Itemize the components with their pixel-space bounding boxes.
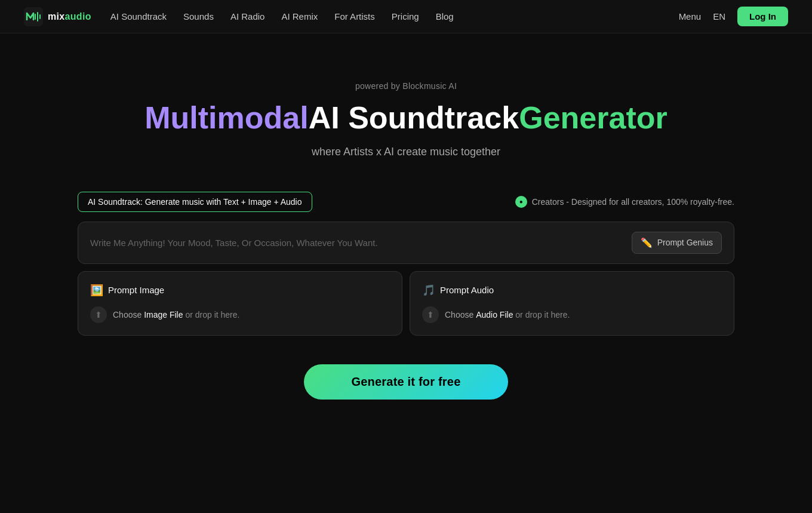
audio-upload-icon: ⬆ [422,306,439,323]
image-prompt-card: 🖼️ Prompt Image ⬆ Choose Image File or d… [78,271,402,336]
image-prompt-label: Prompt Image [108,285,164,295]
text-prompt-input[interactable] [90,238,632,248]
nav-item-ai-remix[interactable]: AI Remix [281,11,318,21]
powered-by-text: powered by Blockmusic AI [355,81,457,91]
generate-section: Generate it for free [78,364,734,400]
hero-title: MultimodalAI SoundtrackGenerator [144,100,667,136]
creators-label: ● Creators - Designed for all creators, … [515,196,734,208]
title-generator: Generator [519,100,668,135]
nav-item-pricing[interactable]: Pricing [392,11,419,21]
navbar: mixaudio AI Soundtrack Sounds AI Radio A… [0,0,812,33]
nav-item-sounds[interactable]: Sounds [183,11,214,21]
nav-left: mixaudio AI Soundtrack Sounds AI Radio A… [24,7,454,26]
language-button[interactable]: EN [713,11,725,21]
nav-item-ai-soundtrack[interactable]: AI Soundtrack [110,11,167,21]
genius-icon: ✏️ [641,237,653,248]
generator-badge: AI Soundtrack: Generate music with Text … [78,192,312,212]
nav-links: AI Soundtrack Sounds AI Radio AI Remix F… [110,11,454,22]
logo-text: mixaudio [48,11,91,22]
audio-prompt-label: Prompt Audio [440,285,494,295]
text-prompt-box: ✏️ Prompt Genius [78,222,734,264]
nav-right: Menu EN Log In [679,7,788,26]
media-prompts: 🖼️ Prompt Image ⬆ Choose Image File or d… [78,271,734,336]
image-file-choose: Choose Image File or drop it here. [113,310,239,320]
audio-drop-area[interactable]: ⬆ Choose Audio File or drop it here. [422,306,722,323]
prompt-genius-label: Prompt Genius [657,238,713,247]
image-upload-icon: ⬆ [90,306,107,323]
menu-button[interactable]: Menu [679,11,702,21]
nav-item-for-artists[interactable]: For Artists [334,11,375,21]
creators-text: Creators - Designed for all creators, 10… [532,197,734,207]
login-button[interactable]: Log In [737,7,788,26]
logo[interactable]: mixaudio [24,7,91,26]
audio-file-choose: Choose Audio File or drop it here. [445,310,570,320]
prompt-genius-button[interactable]: ✏️ Prompt Genius [632,232,722,254]
nav-item-ai-radio[interactable]: AI Radio [230,11,265,21]
logo-icon [24,7,43,26]
creator-icon: ● [515,196,527,208]
audio-prompt-card: 🎵 Prompt Audio ⬆ Choose Audio File or dr… [410,271,734,336]
title-ai-soundtrack: AI Soundtrack [309,100,519,135]
generator-section: AI Soundtrack: Generate music with Text … [78,192,734,435]
generate-button[interactable]: Generate it for free [304,364,509,400]
hero-subtitle: where Artists x AI create music together [312,146,500,158]
image-drop-area[interactable]: ⬆ Choose Image File or drop it here. [90,306,390,323]
nav-item-blog[interactable]: Blog [436,11,454,21]
image-prompt-icon: 🖼️ [90,284,103,297]
title-multimodal: Multimodal [144,100,308,135]
audio-prompt-header: 🎵 Prompt Audio [422,284,722,297]
image-prompt-header: 🖼️ Prompt Image [90,284,390,297]
audio-prompt-icon: 🎵 [422,284,435,297]
generator-top-bar: AI Soundtrack: Generate music with Text … [78,192,734,212]
main-content: powered by Blockmusic AI MultimodalAI So… [0,33,812,435]
